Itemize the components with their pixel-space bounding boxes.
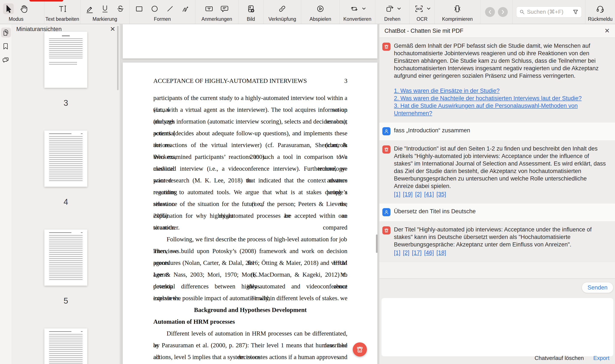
toolbar-group-image: Bild bbox=[238, 0, 264, 24]
chevron-down-icon bbox=[429, 7, 430, 11]
citation-link[interactable]: [46] bbox=[424, 249, 434, 256]
recording-indicator bbox=[29, 0, 63, 1]
toolbar-group-link: Verknüpfung bbox=[264, 0, 301, 24]
comments-icon[interactable] bbox=[1, 55, 11, 65]
play-icon[interactable] bbox=[315, 3, 326, 14]
citation-links: [1][2][17][46][18] bbox=[394, 249, 606, 257]
chatbot-fab[interactable] bbox=[353, 342, 367, 356]
convert-icon[interactable] bbox=[349, 3, 360, 14]
page-thumbnail[interactable] bbox=[44, 230, 87, 286]
thumbnail-text-preview bbox=[81, 133, 83, 134]
composer-footer: Chatverlauf löschen Export bbox=[379, 353, 615, 363]
toolbar-group-play: Abspielen bbox=[301, 0, 340, 24]
bookmark-icon[interactable] bbox=[1, 41, 11, 51]
thumbnail-text-preview bbox=[62, 36, 70, 36]
user-icon bbox=[383, 128, 390, 134]
back-icon[interactable] bbox=[485, 7, 495, 17]
chat-message: Der Titel "Highly-automated job intervie… bbox=[379, 221, 615, 262]
toolbar-group-label: Markierung bbox=[92, 17, 117, 22]
document-text-line: actions (decides about adequate follow-u… bbox=[153, 127, 347, 139]
image-add-icon[interactable] bbox=[246, 3, 256, 14]
chat-message: Die "Introduction" ist auf den Seiten 1-… bbox=[379, 141, 615, 203]
search-area bbox=[513, 0, 586, 24]
toolbar-group-convert: Konvertieren bbox=[340, 0, 375, 24]
scribble-icon[interactable] bbox=[180, 3, 191, 14]
citation-link[interactable]: [1] bbox=[394, 191, 400, 197]
thumbnail-text-preview bbox=[49, 62, 77, 65]
clear-chat-button[interactable]: Chatverlauf löschen bbox=[535, 355, 584, 362]
citation-link[interactable]: [35] bbox=[436, 191, 446, 197]
chat-input[interactable] bbox=[381, 298, 613, 356]
message-body: Gemäß dem Inhalt der PDF befasst sich di… bbox=[394, 42, 606, 117]
followup-questions: 1. Was waren die Einsätze in der Studie?… bbox=[394, 87, 606, 117]
chat-message: fass „Introduction“ zusammen bbox=[379, 122, 615, 141]
feedback-label: Rückmeldu bbox=[588, 17, 613, 22]
thumbnails-icon[interactable] bbox=[1, 28, 11, 38]
followup-question-link[interactable]: 2. Was waren die Nachteile der hochatisi… bbox=[394, 95, 606, 102]
chevron-down-icon bbox=[364, 7, 366, 11]
document-text-line: explanation for why highly-automated pro… bbox=[153, 210, 347, 221]
toolbar-group-label: Text bearbeiten bbox=[45, 17, 79, 22]
citation-link[interactable]: [17] bbox=[412, 249, 421, 256]
citation-link[interactable]: [19] bbox=[403, 191, 413, 197]
search-input[interactable] bbox=[527, 9, 570, 15]
headset-icon bbox=[595, 3, 606, 14]
page-entry: 4 bbox=[12, 130, 120, 207]
line-icon[interactable] bbox=[165, 3, 175, 14]
citation-link[interactable]: [41] bbox=[424, 191, 434, 197]
citation-link[interactable]: [1] bbox=[394, 249, 400, 256]
document-scrollbar[interactable] bbox=[376, 234, 377, 253]
page-thumbnail[interactable] bbox=[44, 130, 87, 187]
ellipse-icon[interactable] bbox=[149, 3, 160, 14]
sidebar-scrollbar[interactable] bbox=[117, 26, 119, 90]
feedback-button[interactable]: Rückmeldu bbox=[586, 0, 615, 24]
hand-icon[interactable] bbox=[18, 3, 29, 14]
text-box-icon[interactable] bbox=[204, 3, 214, 14]
text-edit-icon[interactable] bbox=[57, 3, 68, 14]
close-icon[interactable]: ✕ bbox=[110, 26, 115, 32]
thumbnail-text-preview bbox=[49, 235, 83, 281]
robot-icon bbox=[355, 345, 365, 354]
rotate-icon[interactable] bbox=[384, 3, 395, 14]
message-text: Die "Introduction" ist auf den Seiten 1-… bbox=[394, 145, 606, 190]
export-button[interactable]: Export bbox=[593, 355, 609, 362]
page-thumbnail[interactable] bbox=[44, 328, 87, 364]
citation-link[interactable]: [18] bbox=[436, 249, 446, 256]
document-text-line: (i.e., with a virtual agent as the inter… bbox=[153, 104, 347, 116]
citation-link[interactable]: [2] bbox=[403, 249, 409, 256]
ocr-icon[interactable]: OCR bbox=[414, 3, 424, 14]
page-entry: 3 bbox=[12, 32, 120, 108]
user-icon bbox=[383, 209, 390, 215]
highlighter-icon[interactable] bbox=[84, 3, 95, 14]
cursor-arrow-icon[interactable] bbox=[3, 3, 14, 14]
followup-question-link[interactable]: 3. Hat die Studie Auswirkungen auf die P… bbox=[394, 102, 606, 117]
filter-icon[interactable] bbox=[572, 9, 579, 15]
comment-icon[interactable] bbox=[219, 3, 230, 14]
chat-empty-space bbox=[379, 262, 615, 278]
message-avatar bbox=[382, 145, 391, 154]
document-text-line: participants of the current study to a h… bbox=[153, 92, 347, 104]
rectangle-icon[interactable] bbox=[134, 3, 144, 14]
search-box[interactable] bbox=[516, 6, 582, 18]
strikethrough-icon[interactable] bbox=[115, 3, 126, 14]
close-icon[interactable]: ✕ bbox=[604, 28, 610, 34]
underline-icon[interactable] bbox=[99, 3, 110, 14]
message-text: Übersetz den Titel ins Deutsche bbox=[394, 208, 606, 215]
citation-link[interactable]: [2] bbox=[415, 191, 421, 197]
message-body: Die "Introduction" ist auf den Seiten 1-… bbox=[394, 145, 606, 198]
search-icon bbox=[519, 9, 525, 15]
message-avatar bbox=[382, 226, 391, 234]
thumbnail-text-preview bbox=[49, 136, 83, 182]
page-number-label: 5 bbox=[63, 296, 68, 306]
document-text-line: explain the possible impact of automatio… bbox=[153, 292, 347, 304]
left-icon-rail bbox=[0, 24, 12, 364]
link-icon[interactable] bbox=[277, 3, 288, 14]
send-button[interactable]: Senden bbox=[582, 282, 613, 293]
document-text-line: by Parasuraman et al. (2000, p. 287): Th… bbox=[153, 339, 347, 351]
message-avatar bbox=[382, 208, 391, 216]
forward-icon[interactable] bbox=[498, 7, 508, 17]
thumbnail-text-preview bbox=[81, 331, 83, 332]
compress-icon[interactable] bbox=[452, 3, 463, 14]
page-thumbnail[interactable] bbox=[44, 32, 87, 88]
followup-question-link[interactable]: 1. Was waren die Einsätze in der Studie? bbox=[394, 87, 606, 95]
